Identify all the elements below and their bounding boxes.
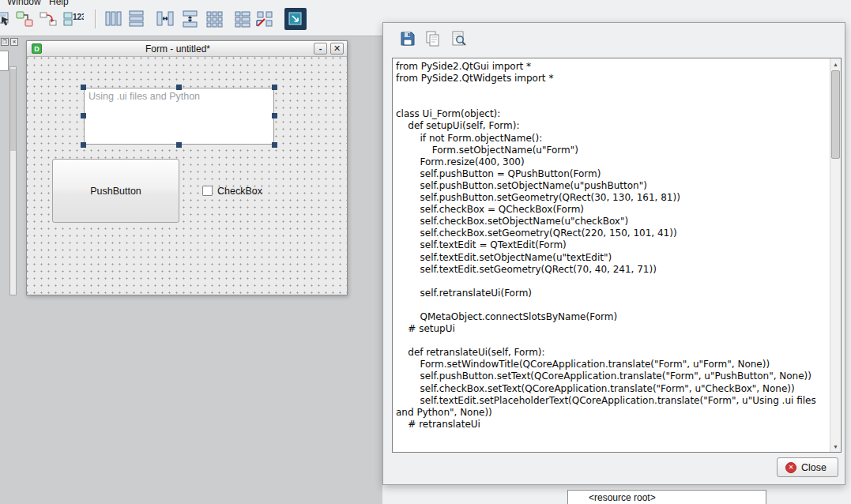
- checkbox-box-icon[interactable]: [202, 186, 213, 196]
- designer-form-icon: D: [32, 43, 42, 54]
- selection-handle-top-right[interactable]: [272, 85, 277, 90]
- edit-signals-slots-icon[interactable]: [14, 9, 35, 29]
- scroll-down-icon[interactable]: ▼: [830, 441, 841, 452]
- code-scrollbar[interactable]: ▲ ▼: [830, 58, 841, 452]
- layout-vertical-icon[interactable]: [126, 9, 147, 29]
- selection-handle-middle-left[interactable]: [81, 113, 86, 118]
- copy-icon[interactable]: [424, 29, 442, 48]
- selection-handle-bottom-left[interactable]: [81, 142, 86, 148]
- pushbutton-widget[interactable]: PushButton: [52, 159, 179, 223]
- resource-browser-fragment: <resource root>: [567, 490, 766, 504]
- code-scrollbar-thumb[interactable]: [831, 70, 840, 159]
- form-designer-window: D Form - untitled* - ✕ Using .ui files a…: [26, 40, 348, 295]
- textedit-placeholder: Using .ui files and Python: [88, 91, 200, 102]
- form-window-title: Form - untitled*: [42, 43, 314, 55]
- dock-float-icon[interactable]: ❐: [1, 38, 9, 46]
- selection-handle-bottom-right[interactable]: [272, 142, 277, 148]
- selection-handle-middle-right[interactable]: [272, 113, 277, 118]
- layout-grid-icon[interactable]: [204, 9, 224, 29]
- form-window-titlebar[interactable]: D Form - untitled* - ✕: [27, 41, 347, 57]
- close-button[interactable]: ✕: [330, 43, 344, 55]
- close-circle-icon: ✕: [785, 462, 796, 473]
- edit-buddies-icon[interactable]: [38, 9, 58, 29]
- textedit-widget[interactable]: Using .ui files and Python: [84, 88, 274, 145]
- minimize-button[interactable]: -: [314, 43, 327, 55]
- pushbutton-label: PushButton: [90, 186, 141, 197]
- close-button-label: Close: [801, 462, 827, 473]
- edit-tab-order-icon[interactable]: 123: [63, 9, 84, 29]
- selection-handle-top-middle[interactable]: [176, 85, 182, 90]
- main-toolbar: 123: [0, 6, 382, 36]
- toolbar-separator: [95, 9, 96, 28]
- checkbox-widget[interactable]: CheckBox: [202, 175, 282, 207]
- resource-root-item[interactable]: <resource root>: [589, 492, 656, 503]
- code-text[interactable]: from PySide2.QtGui import * from PySide2…: [393, 58, 830, 452]
- form-canvas[interactable]: Using .ui files and Python PushButton Ch…: [27, 57, 347, 295]
- widgetbox-scrollbar-thumb[interactable]: [10, 69, 16, 151]
- splitter-vertical-icon[interactable]: [180, 9, 201, 29]
- code-view: from PySide2.QtGui import * from PySide2…: [392, 58, 842, 453]
- mdi-area: ❐ ✕ D Form - untitled* - ✕ Using .ui fil…: [0, 36, 382, 504]
- adjust-size-icon[interactable]: [284, 8, 307, 30]
- dock-close-icon[interactable]: ✕: [10, 38, 18, 46]
- splitter-horizontal-icon[interactable]: [155, 9, 175, 29]
- selection-handle-bottom-middle[interactable]: [176, 142, 182, 148]
- menu-item-window[interactable]: Window: [7, 0, 41, 7]
- layout-form-icon[interactable]: [232, 9, 253, 29]
- widgetbox-filter-fragment[interactable]: [0, 51, 9, 71]
- close-dialog-button[interactable]: ✕ Close: [777, 457, 838, 477]
- save-icon[interactable]: [398, 29, 417, 48]
- scroll-up-icon[interactable]: ▲: [830, 58, 841, 70]
- find-icon[interactable]: [450, 29, 469, 48]
- widgetbox-scrollbar[interactable]: [9, 66, 17, 295]
- break-layout-icon[interactable]: [254, 9, 275, 29]
- menu-item-help[interactable]: Help: [49, 0, 69, 7]
- layout-horizontal-icon[interactable]: [104, 9, 124, 29]
- edit-widgets-icon[interactable]: [0, 9, 13, 29]
- tab-order-badge: 123: [73, 13, 84, 21]
- selection-handle-top-left[interactable]: [81, 85, 86, 90]
- python-code-dialog: from PySide2.QtGui import * from PySide2…: [382, 22, 845, 485]
- checkbox-label: CheckBox: [217, 186, 262, 197]
